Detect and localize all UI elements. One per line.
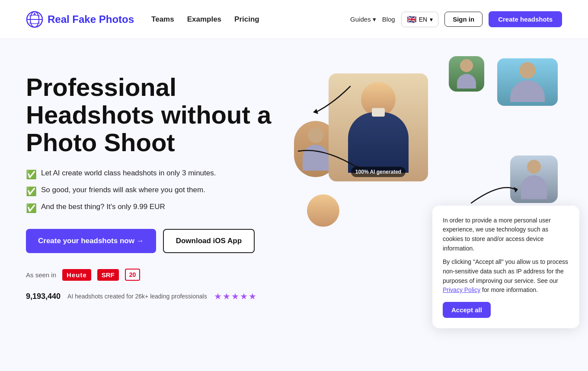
- privacy-policy-link[interactable]: Privacy Policy: [443, 286, 480, 293]
- hero-title: Professional Headshots without a Photo S…: [26, 73, 294, 156]
- guides-button[interactable]: Guides ▾: [350, 16, 376, 23]
- logo-icon: [26, 11, 43, 28]
- language-selector[interactable]: 🇬🇧 EN ▾: [401, 12, 438, 27]
- ios-app-button[interactable]: Download iOS App: [163, 229, 255, 253]
- photo-main: 100% AI generated: [329, 73, 428, 181]
- ai-generated-label: 100% AI generated: [351, 167, 406, 177]
- photo-bottom-mid: [307, 194, 339, 227]
- person-head: [519, 62, 536, 79]
- create-headshots-main-button[interactable]: Create your headshots now →: [26, 229, 156, 253]
- cookie-banner: In order to provide a more personal user…: [432, 206, 579, 329]
- check-icon-3: ✅: [26, 203, 37, 213]
- srf-badge: SRF: [97, 269, 119, 281]
- nav-examples[interactable]: Examples: [187, 15, 221, 24]
- stats-row: 9,193,440 AI headshots created for 26k+ …: [26, 291, 294, 301]
- blog-link[interactable]: Blog: [382, 16, 395, 23]
- person-head: [460, 59, 473, 72]
- accept-all-button[interactable]: Accept all: [443, 302, 491, 318]
- person-body: [303, 145, 329, 171]
- logo[interactable]: Real Fake Photos: [26, 11, 134, 28]
- person-head: [527, 160, 541, 174]
- navbar: Real Fake Photos Teams Examples Pricing …: [0, 0, 588, 39]
- create-headshots-nav-button[interactable]: Create headshots: [489, 11, 562, 27]
- svg-marker-4: [313, 109, 318, 114]
- lang-chevron-icon: ▾: [430, 16, 433, 23]
- stats-text: AI headshots created for 26k+ leading pr…: [67, 293, 207, 300]
- person-suit: [348, 112, 409, 173]
- person-head: [308, 127, 323, 143]
- seen-in-label: As seen in: [26, 271, 56, 279]
- flag-icon: 🇬🇧: [407, 15, 416, 24]
- nav-pricing[interactable]: Pricing: [234, 15, 259, 24]
- hero-features: ✅ Let AI create world class headshots in…: [26, 169, 294, 213]
- stars-rating: ★★★★★: [214, 291, 257, 301]
- seen-in: As seen in Heute SRF 20: [26, 269, 294, 281]
- cookie-text: In order to provide a more personal user…: [443, 216, 569, 295]
- svg-marker-3: [33, 13, 36, 15]
- feature-item-1: ✅ Let AI create world class headshots in…: [26, 169, 294, 180]
- feature-item-3: ✅ And the best thing? It's only 9.99 EUR: [26, 203, 294, 213]
- photo-top-right: [497, 58, 558, 106]
- photo-top-left: [449, 56, 484, 92]
- check-icon-1: ✅: [26, 169, 37, 180]
- chevron-down-icon: ▾: [373, 16, 376, 23]
- check-icon-2: ✅: [26, 186, 37, 197]
- lang-code: EN: [419, 16, 427, 23]
- navbar-left: Real Fake Photos Teams Examples Pricing: [26, 11, 259, 28]
- hero-buttons: Create your headshots now → Download iOS…: [26, 229, 294, 253]
- hero-section: Professional Headshots without a Photo S…: [0, 39, 588, 341]
- cookie-text-1: In order to provide a more personal user…: [443, 216, 569, 254]
- nav-teams[interactable]: Teams: [151, 15, 174, 24]
- feature-item-2: ✅ So good, your friends will ask where y…: [26, 186, 294, 197]
- person-body: [521, 175, 547, 199]
- person-body: [510, 80, 545, 102]
- heute-badge: Heute: [62, 269, 91, 281]
- hero-left: Professional Headshots without a Photo S…: [26, 65, 294, 301]
- logo-text: Real Fake Photos: [48, 13, 134, 25]
- navbar-right: Guides ▾ Blog 🇬🇧 EN ▾ Sign in Create hea…: [350, 11, 562, 27]
- person-body: [457, 74, 476, 89]
- cookie-text-2: By clicking "Accept all" you allow us to…: [443, 257, 569, 295]
- person-collar: [372, 108, 385, 117]
- nav-links: Teams Examples Pricing: [151, 15, 259, 24]
- signin-button[interactable]: Sign in: [444, 12, 483, 27]
- twenty-badge: 20: [125, 269, 141, 281]
- stats-count: 9,193,440: [26, 292, 61, 301]
- photo-bottom-right: [510, 155, 558, 203]
